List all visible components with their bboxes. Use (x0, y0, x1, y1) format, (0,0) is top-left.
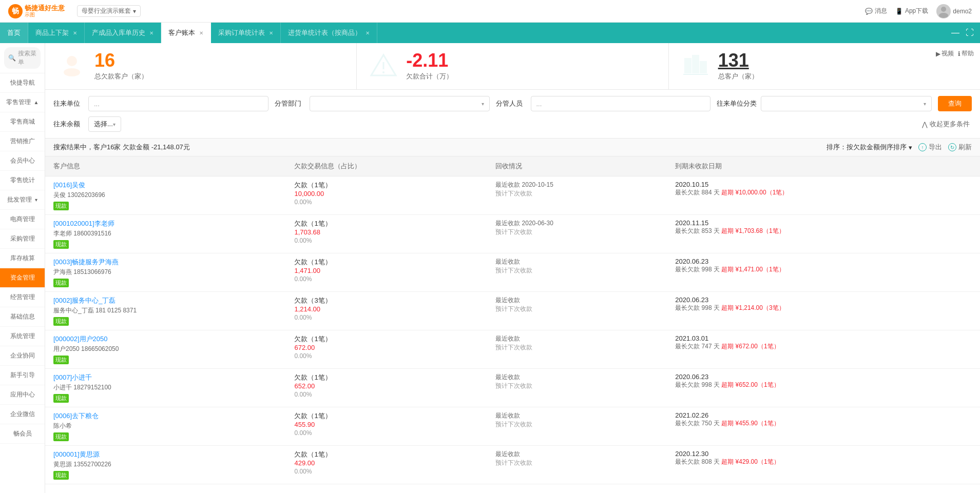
sidebar-item-enterprise-wechat[interactable]: 企业微信 (0, 405, 45, 424)
sidebar-member-label: 会员中心 (10, 156, 35, 165)
video-button[interactable]: ▶ 视频 (936, 49, 954, 58)
chevron-up-icon: ⋀ (922, 121, 928, 128)
tab-customer-account-label: 客户账本 (168, 28, 195, 37)
sidebar-retail-mgmt-label: 零售管理 (6, 98, 31, 107)
overdue-amount: 超期 ¥429.00（1笔） (721, 458, 779, 465)
tab-stock-summary-close[interactable]: ✕ (366, 30, 370, 36)
cell-due-date: 2020.06.23 最长欠款 998 天 超期 ¥1,214.00（3笔） (667, 292, 980, 330)
sidebar-item-system-mgmt[interactable]: 系统管理 (0, 327, 45, 346)
last-pay-date: 最近收款 (495, 411, 659, 420)
user-avatar-area[interactable]: demo2 (936, 4, 972, 18)
table-body: [0016]吴俊 吴俊 13026203696 现款 欠款（1笔） 10,000… (45, 176, 980, 484)
cell-due-date: 2021.02.26 最长欠款 750 天 超期 ¥455.90（1笔） (667, 407, 980, 446)
tab-expand-icon[interactable]: ⛶ (964, 26, 976, 40)
filter-item-balance: 往来余额 选择... ▾ (53, 116, 121, 132)
cell-customer: [0002]服务中心_丁磊 服务中心_丁磊 181 0125 8371 现款 (45, 292, 286, 330)
next-pay-label: 预计下次收款 (495, 420, 659, 429)
sidebar-item-app-center[interactable]: 应用中心 (0, 385, 45, 405)
sidebar-quick-nav-label: 快捷导航 (10, 78, 35, 87)
refresh-icon: ↻ (948, 143, 956, 151)
tab-customer-account[interactable]: 客户账本 ✕ (161, 23, 211, 43)
tab-production-close[interactable]: ✕ (149, 30, 153, 36)
sidebar-search-area: 🔍 搜索菜单 (0, 43, 45, 73)
last-pay-date: 最近收款 2020-06-30 (495, 219, 659, 228)
avatar (936, 4, 951, 18)
sidebar-item-retail-stats[interactable]: 零售统计 (0, 171, 45, 190)
customer-id-link[interactable]: [0016]吴俊 (53, 181, 278, 190)
chevron-down-icon: ▾ (133, 8, 136, 15)
sidebar-item-marketing[interactable]: 营销推广 (0, 132, 45, 151)
sidebar-item-purchase-mgmt[interactable]: 采购管理 (0, 229, 45, 249)
cell-due-date: 2021.03.01 最长欠款 747 天 超期 ¥672.00（1笔） (667, 330, 980, 369)
last-pay-date: 最近收款 2020-10-15 (495, 181, 659, 189)
stat-icon-customers (57, 52, 86, 81)
message-button[interactable]: 💬 消息 (865, 7, 887, 15)
sidebar-item-ops-mgmt[interactable]: 经营管理 (0, 288, 45, 307)
tab-home[interactable]: 首页 (0, 23, 28, 43)
sort-selector[interactable]: 排序：按欠款金额倒序排序 ▾ (827, 143, 912, 152)
customer-id-link[interactable]: [0003]畅捷服务尹海燕 (53, 258, 278, 267)
export-button[interactable]: ↑ 导出 (918, 143, 942, 152)
tab-stock-summary[interactable]: 进货单统计表（按商品） ✕ (281, 23, 377, 43)
sidebar-item-inventory[interactable]: 库存核算 (0, 249, 45, 268)
tab-products-close[interactable]: ✕ (73, 30, 77, 36)
stat-info-debt: -2.11 欠款合计（万） (406, 51, 453, 81)
sidebar-item-new-guide[interactable]: 新手引导 (0, 366, 45, 385)
filter-item-category: 往来单位分类 ▾ (717, 96, 932, 111)
search-button[interactable]: 查询 (938, 96, 972, 111)
sidebar-item-retail-mgmt[interactable]: 零售管理 ▲ (0, 93, 45, 112)
customer-phone: 尹海燕 18513066976 (53, 268, 278, 277)
filter-select-balance[interactable]: 选择... ▾ (88, 116, 121, 132)
last-pay-date: 最近收款 (495, 373, 659, 382)
filter-input-person[interactable]: ... (531, 96, 711, 111)
sidebar-item-basic-info[interactable]: 基础信息 (0, 307, 45, 327)
svg-point-0 (941, 7, 946, 12)
tab-products[interactable]: 商品上下架 ✕ (28, 23, 85, 43)
sidebar-item-retail-mall[interactable]: 零售商城 (0, 112, 45, 132)
sidebar-search-box[interactable]: 🔍 搜索菜单 (4, 47, 41, 69)
debt-percent: 0.00% (294, 352, 479, 360)
sidebar-item-changyuan[interactable]: 畅会员 (0, 424, 45, 444)
cell-customer: [0016]吴俊 吴俊 13026203696 现款 (45, 176, 286, 215)
customer-id-link[interactable]: [000002]用户2050 (53, 334, 278, 344)
customer-id-link[interactable]: [0006]去下粮仓 (53, 411, 278, 421)
filter-select-category[interactable]: ▾ (761, 96, 932, 111)
customer-id-link[interactable]: [000001]黄思源 (53, 450, 278, 459)
tab-purchase-order-close[interactable]: ✕ (269, 30, 273, 36)
sidebar-item-quick-nav[interactable]: 快捷导航 (0, 73, 45, 93)
top-bar-left: 畅 畅捷通好生意 示图 母婴行业演示账套 ▾ (8, 4, 141, 18)
sidebar-item-member[interactable]: 会员中心 (0, 151, 45, 171)
customer-id-link[interactable]: [0007]小进千 (53, 373, 278, 382)
refresh-button[interactable]: ↻ 刷新 (948, 143, 972, 152)
sidebar-item-ecommerce[interactable]: 电商管理 (0, 210, 45, 229)
tab-customer-account-close[interactable]: ✕ (199, 30, 203, 36)
sidebar-item-capital-mgmt[interactable]: 资金管理 (0, 268, 45, 288)
tab-purchase-order[interactable]: 采购订单统计表 ✕ (211, 23, 281, 43)
top-bar: 畅 畅捷通好生意 示图 母婴行业演示账套 ▾ 💬 消息 📱 App下载 demo… (0, 0, 980, 23)
debt-amount: 1,214.00 (294, 305, 479, 313)
results-actions: 排序：按欠款金额倒序排序 ▾ ↑ 导出 ↻ 刷新 (827, 143, 972, 152)
filter-input-unit[interactable]: ... (88, 96, 268, 111)
sidebar-item-enterprise-collab[interactable]: 企业协同 (0, 346, 45, 366)
user-name: demo2 (953, 8, 972, 15)
cell-debt: 欠款（1笔） 1,471.00 0.00% (286, 253, 487, 292)
th-debt-info: 欠款交易信息（占比） (286, 156, 487, 176)
sidebar-item-wholesale-mgmt[interactable]: 批发管理 ▾ (0, 190, 45, 210)
customer-tag: 现款 (53, 471, 69, 480)
debt-amount: 455.90 (294, 421, 479, 428)
help-button[interactable]: ℹ 帮助 (958, 49, 974, 58)
search-icon: 🔍 (8, 54, 16, 62)
stat-number-debt: -2.11 (406, 51, 453, 70)
sidebar-inventory-label: 库存核算 (10, 254, 35, 263)
cell-payback: 最近收款 预计下次收款 (487, 446, 667, 484)
tab-minimize-icon[interactable]: — (949, 26, 962, 40)
filter-select-dept[interactable]: ▾ (310, 96, 490, 111)
collapse-button[interactable]: ⋀ 收起更多条件 (920, 117, 972, 131)
company-selector[interactable]: 母婴行业演示账套 ▾ (77, 5, 141, 17)
stat-card-debt: -2.11 欠款合计（万） (357, 43, 668, 89)
last-pay-date: 最近收款 (495, 334, 659, 343)
customer-id-link[interactable]: [0002]服务中心_丁磊 (53, 296, 278, 305)
tab-production[interactable]: 产成品入库单历史 ✕ (85, 23, 161, 43)
app-download-button[interactable]: 📱 App下载 (895, 7, 928, 15)
customer-id-link[interactable]: [0001020001]李老师 (53, 219, 278, 228)
